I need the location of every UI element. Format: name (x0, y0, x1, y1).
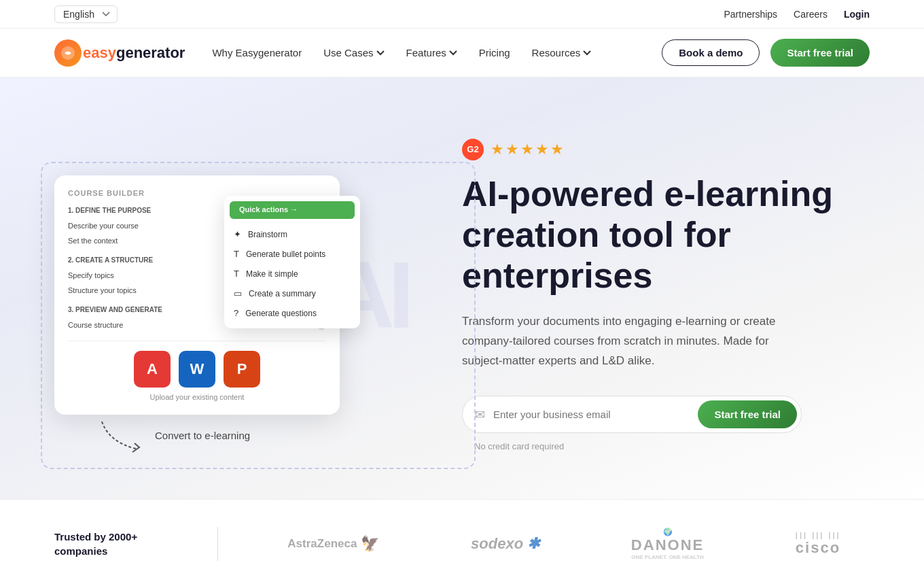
topbar-careers-link[interactable]: Careers (794, 9, 828, 20)
cb-item-text: Describe your course (68, 222, 139, 230)
star-rating: ★★★★★ (491, 141, 565, 158)
astrazeneca-text: AstraZeneca (287, 537, 357, 551)
pdf-icon: A (134, 351, 171, 388)
hero-content: G2 ★★★★★ AI-powered e-learning creation … (462, 139, 870, 451)
chevron-down-icon (376, 49, 385, 57)
arrow-svg (95, 415, 149, 456)
cisco-logo: ||| ||| ||| cisco (796, 531, 841, 557)
navbar-left: easygenerator Why Easygenerator Use Case… (54, 39, 591, 67)
start-trial-hero-button[interactable]: Start free trial (698, 400, 797, 428)
word-icon: W (179, 351, 215, 388)
danone-sub: ONE PLANET. ONE HEALTH (631, 554, 704, 560)
topbar-login-link[interactable]: Login (844, 9, 870, 20)
no-credit-card-text: No credit card required (462, 441, 870, 451)
nav-pricing[interactable]: Pricing (479, 47, 510, 58)
qa-simplify: T Make it simple (224, 264, 360, 284)
navbar: easygenerator Why Easygenerator Use Case… (0, 29, 924, 78)
nav-links: Why Easygenerator Use Cases Features Pri… (212, 47, 591, 58)
hero-visual: AI COURSE BUILDER 1. DEFINE THE PURPOSE … (54, 175, 421, 415)
sodexo-logo: sodexo ✱ (471, 535, 539, 553)
trusted-section: Trusted by 2000+ companies AstraZeneca 🦅… (0, 499, 924, 584)
topbar-left: English French German (54, 5, 118, 23)
cisco-text: cisco (796, 539, 840, 556)
hero-description: Transform your documents into engaging e… (462, 312, 788, 371)
astrazeneca-icon: 🦅 (361, 535, 379, 553)
hero-title: AI-powered e-learning creation tool for … (462, 174, 870, 296)
language-select[interactable]: English French German (54, 5, 118, 23)
trusted-label: Trusted by 2000+ companies (54, 530, 177, 558)
book-demo-button[interactable]: Book a demo (662, 39, 760, 66)
cb-item-text: Specify topics (68, 271, 114, 279)
logo-text: easygenerator (83, 44, 185, 62)
start-trial-nav-button[interactable]: Start free trial (770, 39, 870, 67)
email-input[interactable] (493, 409, 690, 420)
email-icon: ✉ (475, 407, 485, 422)
cb-item-text: Set the context (68, 237, 118, 245)
topbar: English French German Partnerships Caree… (0, 0, 924, 29)
convert-arrow: Convert to e-learning (95, 415, 250, 456)
rating-row: G2 ★★★★★ (462, 139, 870, 160)
navbar-right: Book a demo Start free trial (662, 39, 870, 67)
chevron-down-icon (449, 49, 457, 57)
cb-item-text: Structure your topics (68, 286, 137, 294)
qa-questions: ? Generate questions (224, 303, 360, 323)
danone-icon: 🌍 (663, 528, 673, 536)
sodexo-text: sodexo (471, 535, 523, 552)
astrazeneca-logo: AstraZeneca 🦅 (287, 535, 379, 553)
company-logos: AstraZeneca 🦅 sodexo ✱ 🌍 DANONE ONE PLAN… (259, 528, 870, 560)
cisco-bars: ||| ||| ||| (796, 531, 841, 539)
danone-logo: 🌍 DANONE ONE PLANET. ONE HEALTH (631, 528, 704, 560)
vertical-divider (217, 527, 218, 561)
bullets-icon: T (234, 249, 239, 259)
qa-brainstorm: ✦ Brainstorm (224, 224, 360, 244)
convert-text: Convert to e-learning (155, 430, 250, 441)
quick-actions-header: Quick actions → (230, 201, 355, 219)
qa-summary: ▭ Create a summary (224, 284, 360, 303)
chevron-down-icon (583, 49, 591, 57)
logo[interactable]: easygenerator (54, 39, 185, 67)
nav-features[interactable]: Features (406, 47, 457, 58)
g2-badge: G2 (462, 139, 484, 160)
upload-text: Upload your existing content (68, 393, 326, 401)
topbar-right: Partnerships Careers Login (724, 9, 870, 20)
simplify-icon: T (234, 269, 239, 279)
hero-section: AI COURSE BUILDER 1. DEFINE THE PURPOSE … (0, 78, 924, 499)
cb-item-text: Course structure (68, 321, 123, 329)
nav-why[interactable]: Why Easygenerator (212, 47, 302, 58)
danone-text: DANONE (631, 536, 704, 554)
questions-icon: ? (234, 308, 238, 318)
nav-use-cases[interactable]: Use Cases (323, 47, 384, 58)
brainstorm-icon: ✦ (234, 229, 241, 239)
email-form: ✉ Start free trial (462, 396, 802, 433)
file-icons-row: A W P (68, 351, 326, 388)
topbar-partnerships-link[interactable]: Partnerships (724, 9, 778, 20)
qa-bullets: T Generate bullet points (224, 244, 360, 264)
ppt-icon: P (224, 351, 260, 388)
quick-actions-panel: Quick actions → ✦ Brainstorm T Generate … (224, 196, 360, 328)
sodexo-star-icon: ✱ (527, 535, 539, 552)
nav-resources[interactable]: Resources (532, 47, 592, 58)
logo-icon (54, 39, 82, 67)
course-builder-card: COURSE BUILDER 1. DEFINE THE PURPOSE Des… (54, 175, 340, 415)
summary-icon: ▭ (234, 288, 242, 298)
